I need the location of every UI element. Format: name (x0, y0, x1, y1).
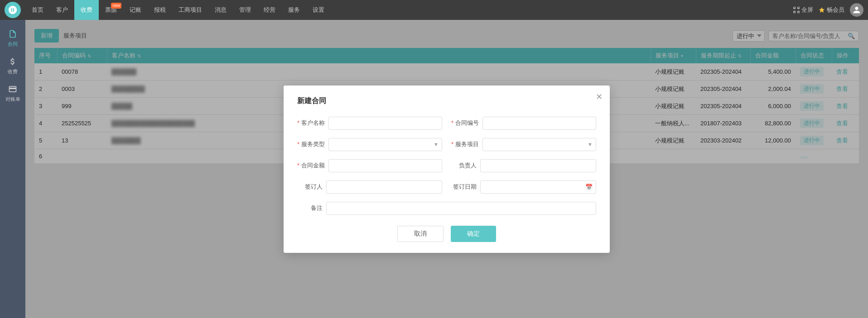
nav-client[interactable]: 客户 (50, 0, 74, 20)
field-remark: 备注 (297, 202, 596, 215)
field-service-item: 服务项目 ▼ (451, 138, 596, 151)
main-area: 合同 收费 对账单 新增 服务项目 进行中 全部 已完成 (0, 20, 868, 318)
logo[interactable] (5, 2, 21, 18)
nav-bookkeeping[interactable]: 记账 (123, 0, 148, 20)
form-row-3: 合同金额 0.00 负责人 (297, 159, 596, 172)
content-area: 新增 服务项目 进行中 全部 已完成 已终止 🔍 序号 (25, 20, 868, 318)
label-contract-no: 合同编号 (451, 119, 479, 127)
nav-service[interactable]: 服务 (282, 0, 306, 20)
avatar[interactable] (850, 3, 863, 17)
top-nav: 首页 客户 收费 票据 new 记账 报税 工商项目 消息 管理 经营 服务 设… (0, 0, 868, 20)
field-service-type: 服务类型 ▼ (297, 138, 442, 151)
input-signer[interactable] (326, 180, 442, 194)
sidebar-label-contract: 合同 (8, 41, 18, 47)
sidebar-label-fee: 收费 (8, 68, 18, 75)
modal-new-contract: ✕ 新建合同 客户名称 合同编号 服务类型 (284, 85, 610, 253)
sidebar-item-fee[interactable]: 收费 (0, 52, 25, 80)
label-signer: 签订人 (297, 183, 323, 191)
sidebar: 合同 收费 对账单 (0, 20, 25, 318)
select-wrap-service-type: ▼ (328, 138, 442, 151)
field-amount: 合同金额 0.00 (297, 159, 442, 172)
form-row-4: 签订人 签订日期 2023-06-06 📅 (297, 180, 596, 194)
fullscreen-button[interactable]: 全屏 (793, 6, 813, 14)
nav-operation[interactable]: 经营 (257, 0, 282, 20)
nav-settings[interactable]: 设置 (306, 0, 331, 20)
modal-title: 新建合同 (297, 96, 596, 106)
nav-right: 全屏 畅会员 (793, 3, 863, 17)
svg-marker-4 (819, 7, 825, 13)
label-client-name: 客户名称 (297, 119, 325, 127)
form-row-2: 服务类型 ▼ 服务项目 (297, 138, 596, 151)
field-client-name: 客户名称 (297, 117, 442, 130)
label-remark: 备注 (297, 204, 323, 212)
input-sign-date[interactable]: 2023-06-06 (480, 180, 596, 194)
label-amount: 合同金额 (297, 161, 325, 170)
input-person[interactable] (480, 159, 596, 172)
input-client-name[interactable] (328, 117, 442, 130)
date-input-wrap: 2023-06-06 📅 (480, 180, 596, 194)
contract-icon (8, 29, 18, 39)
modal-overlay: ✕ 新建合同 客户名称 合同编号 服务类型 (25, 20, 868, 318)
nav-manage[interactable]: 管理 (233, 0, 257, 20)
select-wrap-service-item: ▼ (482, 138, 596, 151)
nav-business[interactable]: 工商项目 (172, 0, 208, 20)
nav-home[interactable]: 首页 (25, 0, 50, 20)
svg-rect-2 (793, 11, 795, 13)
form-row-1: 客户名称 合同编号 (297, 117, 596, 130)
label-sign-date: 签订日期 (451, 183, 477, 191)
vip-button[interactable]: 畅会员 (819, 6, 844, 14)
nav-tax[interactable]: 报税 (148, 0, 172, 20)
nav-fee[interactable]: 收费 (74, 0, 99, 20)
input-contract-no[interactable] (482, 117, 596, 130)
svg-rect-0 (793, 7, 795, 9)
svg-rect-1 (798, 7, 800, 9)
bill-icon (8, 84, 18, 94)
fullscreen-label: 全屏 (801, 6, 813, 14)
svg-rect-3 (798, 11, 800, 13)
nav-invoice[interactable]: 票据 new (99, 0, 123, 20)
label-service-item: 服务项目 (451, 140, 479, 148)
input-amount[interactable]: 0.00 (328, 159, 442, 172)
sidebar-label-bill: 对账单 (5, 96, 20, 103)
input-remark[interactable] (326, 202, 596, 215)
label-service-type: 服务类型 (297, 140, 325, 148)
modal-close-button[interactable]: ✕ (596, 92, 603, 102)
nav-message[interactable]: 消息 (208, 0, 233, 20)
label-person: 负责人 (451, 161, 477, 170)
sidebar-item-bill[interactable]: 对账单 (0, 80, 25, 107)
modal-footer: 取消 确定 (297, 226, 596, 242)
field-contract-no: 合同编号 (451, 117, 596, 130)
select-service-item[interactable] (482, 138, 596, 151)
field-sign-date: 签订日期 2023-06-06 📅 (451, 180, 596, 194)
form-row-5: 备注 (297, 202, 596, 215)
field-signer: 签订人 (297, 180, 442, 194)
sidebar-item-contract[interactable]: 合同 (0, 24, 25, 52)
confirm-button[interactable]: 确定 (451, 226, 496, 242)
fee-icon (8, 57, 18, 66)
select-service-type[interactable] (328, 138, 442, 151)
cancel-button[interactable]: 取消 (397, 226, 444, 242)
field-person: 负责人 (451, 159, 596, 172)
new-badge: new (111, 3, 121, 9)
nav-items: 首页 客户 收费 票据 new 记账 报税 工商项目 消息 管理 经营 服务 设… (25, 0, 793, 20)
vip-label: 畅会员 (827, 6, 844, 14)
